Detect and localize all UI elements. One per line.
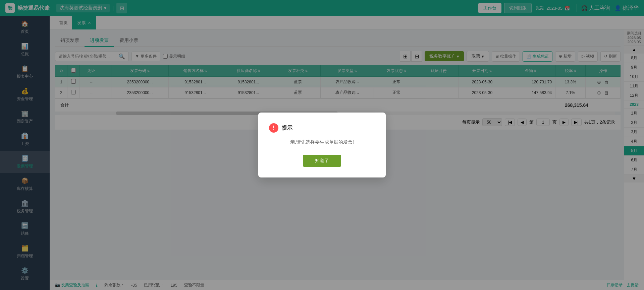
modal-dialog: ! 提示 亲,请先选择要生成单据的发票! 知道了 <box>258 113 386 177</box>
modal-title-row: ! 提示 <box>269 123 292 133</box>
modal-message: 亲,请先选择要生成单据的发票! <box>290 139 354 145</box>
modal-overlay: ! 提示 亲,请先选择要生成单据的发票! 知道了 <box>0 0 644 290</box>
modal-title: 提示 <box>282 125 292 132</box>
modal-confirm-button[interactable]: 知道了 <box>303 155 341 167</box>
warning-icon: ! <box>269 123 278 133</box>
